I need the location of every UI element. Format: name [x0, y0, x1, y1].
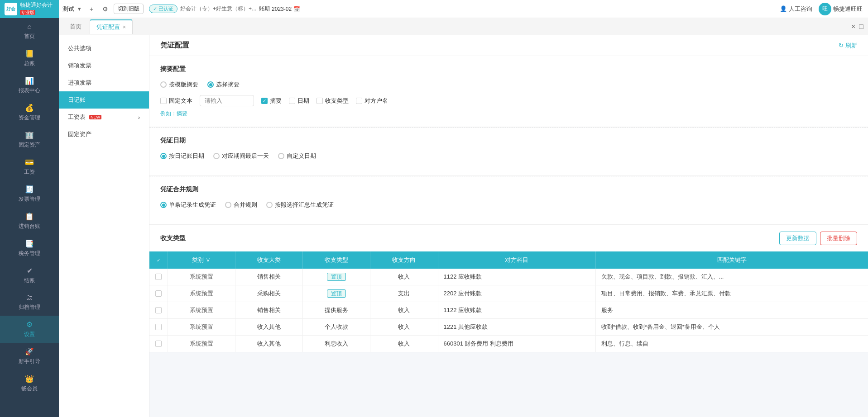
- td-major-1: 采购相关: [235, 285, 302, 302]
- logo-text: 畅捷通好会计 专业版: [20, 2, 53, 16]
- td-checkbox-3[interactable]: [149, 319, 168, 336]
- fixed-text-input[interactable]: [200, 95, 254, 106]
- left-menu-item-diary[interactable]: 日记账: [59, 91, 149, 109]
- td-checkbox-0[interactable]: [149, 269, 168, 285]
- window-max-icon[interactable]: □: [859, 23, 863, 31]
- td-account-4: 660301 财务费用 利息费用: [438, 336, 595, 352]
- sidebar-item-stockbook[interactable]: 📋 进销台账: [0, 208, 59, 235]
- checkbox-income-type[interactable]: 收支类型: [317, 97, 349, 105]
- calendar-icon[interactable]: 📅: [293, 6, 300, 12]
- checkbox-counterparty[interactable]: 对方户名: [356, 97, 388, 105]
- td-checkbox-2[interactable]: [149, 302, 168, 319]
- income-expense-table: ✓ 类别 ∨ 收支大类 收支类型 收支方向 对方科目 匹配关键字: [149, 251, 868, 352]
- income-expense-section: 收支类型 更新数据 批量删除 ✓ 类别 ∨: [149, 225, 868, 352]
- table-body: 系统预置 销售相关 置顶 收入 1122 应收账款 欠款、现金、项目款、到款、报…: [149, 269, 868, 352]
- sidebar-item-settings[interactable]: ⚙ 设置: [0, 316, 59, 343]
- radio-aggregate[interactable]: 按照选择汇总生成凭证: [266, 201, 334, 209]
- td-checkbox-1[interactable]: [149, 285, 168, 302]
- td-checkbox-4[interactable]: [149, 336, 168, 352]
- radio-period-last[interactable]: 对应期间最后一天: [213, 152, 269, 160]
- summary-section: 摘要配置 按模版摘要 选择摘要: [149, 56, 868, 127]
- tabbar: 首页 凭证配置 × × □: [59, 18, 868, 35]
- chevron-down-icon[interactable]: ▾: [78, 5, 81, 12]
- tab-home[interactable]: 首页: [63, 20, 88, 33]
- left-menu-item-payroll[interactable]: 工资表 NEW ›: [59, 109, 149, 126]
- update-data-button[interactable]: 更新数据: [779, 232, 816, 245]
- checkbox-date[interactable]: 日期: [289, 97, 309, 105]
- select-all-checkbox[interactable]: ✓: [155, 257, 162, 263]
- radio-merge-rules[interactable]: 合并规则: [225, 201, 257, 209]
- table-header-bar: 收支类型 更新数据 批量删除: [149, 225, 868, 251]
- td-direction-1: 支出: [370, 285, 438, 302]
- tab-bar-actions: × □: [851, 23, 863, 31]
- tab-voucher-config[interactable]: 凭证配置 ×: [90, 19, 133, 34]
- invoice-icon: 🧾: [25, 185, 34, 194]
- page-title: 凭证配置: [160, 41, 189, 50]
- topbar-actions: + ⚙ 切到旧版: [86, 4, 144, 14]
- radio-custom-date[interactable]: 自定义日期: [278, 152, 316, 160]
- radio-diary-date[interactable]: 按日记账日期: [160, 152, 204, 160]
- checkbox-fixed-text[interactable]: 固定文本: [160, 97, 192, 105]
- top-tag-1: 置顶: [327, 289, 346, 298]
- refresh-button[interactable]: ↻ 刷新: [839, 42, 857, 50]
- sidebar-item-reports[interactable]: 📊 报表中心: [0, 72, 59, 99]
- row-checkbox-3[interactable]: [155, 324, 162, 330]
- new-badge: NEW: [89, 115, 101, 119]
- td-direction-3: 收入: [370, 319, 438, 336]
- refresh-icon: ↻: [839, 42, 844, 49]
- td-major-4: 收入其他: [235, 336, 302, 352]
- checkbox-summary[interactable]: ✓ 摘要: [261, 97, 282, 105]
- sidebar-item-invoice[interactable]: 🧾 发票管理: [0, 180, 59, 208]
- sidebar-item-salary[interactable]: 💳 工资: [0, 153, 59, 180]
- th-direction: 收支方向: [370, 251, 438, 269]
- radio-circle-single-record: [160, 202, 167, 208]
- td-account-0: 1122 应收账款: [438, 269, 595, 285]
- sidebar-item-funds[interactable]: 💰 资金管理: [0, 99, 59, 126]
- left-menu-item-fixed-assets[interactable]: 固定资产: [59, 126, 149, 143]
- sidebar-item-vip[interactable]: 👑 畅会员: [0, 370, 59, 397]
- row-checkbox-2[interactable]: [155, 307, 162, 313]
- left-menu-item-purchase-invoice[interactable]: 进项发票: [59, 74, 149, 91]
- support-button[interactable]: 👤 人工咨询: [780, 5, 812, 13]
- radio-select-summary[interactable]: 选择摘要: [207, 81, 240, 89]
- left-menu-item-public[interactable]: 公共选项: [59, 40, 149, 57]
- switch-version-button[interactable]: 切到旧版: [114, 4, 144, 14]
- sidebar-item-tax[interactable]: 📑 税务管理: [0, 235, 59, 262]
- chevron-right-icon: ›: [138, 114, 140, 121]
- sidebar-item-home[interactable]: ⌂ 首页: [0, 18, 59, 45]
- table-row: 系统预置 收入其他 利息收入 收入 660301 财务费用 利息费用 利息、行息…: [149, 336, 868, 352]
- left-menu-item-sales-invoice[interactable]: 销项发票: [59, 57, 149, 74]
- row-checkbox-0[interactable]: [155, 274, 162, 280]
- merge-radio-group: 单条记录生成凭证 合并规则 按照选择汇总生成凭证: [160, 201, 857, 209]
- td-direction-0: 收入: [370, 269, 438, 285]
- row-checkbox-1[interactable]: [155, 290, 162, 297]
- support-icon: 👤: [780, 5, 787, 12]
- table-row: 系统预置 销售相关 提供服务 收入 1122 应收账款 服务: [149, 302, 868, 319]
- radio-single-record[interactable]: 单条记录生成凭证: [160, 201, 216, 209]
- checkbox-box-date: [289, 98, 295, 104]
- sidebar-item-close[interactable]: ✔ 结账: [0, 262, 59, 289]
- avatar: 旺: [819, 3, 831, 15]
- summary-title: 摘要配置: [160, 65, 857, 73]
- row-checkbox-4[interactable]: [155, 341, 162, 347]
- window-close-icon[interactable]: ×: [851, 23, 855, 31]
- radio-template-summary[interactable]: 按模版摘要: [160, 81, 198, 89]
- settings-icon[interactable]: ⚙: [100, 4, 110, 14]
- batch-delete-button[interactable]: 批量删除: [820, 232, 857, 245]
- sidebar-item-assets[interactable]: 🏢 固定资产: [0, 126, 59, 153]
- radio-circle-select: [207, 81, 214, 88]
- table-title: 收支类型: [160, 234, 186, 242]
- sidebar-item-guide[interactable]: 🚀 新手引导: [0, 343, 59, 370]
- td-direction-2: 收入: [370, 302, 438, 319]
- sidebar-item-ledger[interactable]: 📒 总账: [0, 45, 59, 72]
- td-category-2: 系统预置: [168, 302, 235, 319]
- stockbook-icon: 📋: [25, 212, 34, 221]
- left-menu: 公共选项 销项发票 进项发票 日记账 工资表 NEW ›: [59, 35, 149, 417]
- content-header: 凭证配置 ↻ 刷新: [149, 35, 868, 56]
- td-keywords-2: 服务: [595, 302, 868, 319]
- user-menu[interactable]: 旺 畅捷通旺旺: [819, 3, 863, 15]
- tab-close-icon[interactable]: ×: [123, 24, 126, 30]
- add-button[interactable]: +: [86, 4, 96, 14]
- td-category-0: 系统预置: [168, 269, 235, 285]
- sidebar-item-archive[interactable]: 🗂 归档管理: [0, 289, 59, 316]
